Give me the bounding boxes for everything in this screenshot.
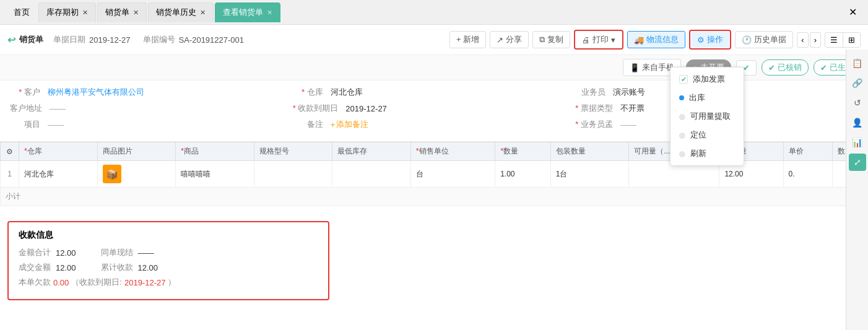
- operations-dropdown: ✔ 添加发票 出库 ◎ 可用量提取 ◎ 定位 ◎ 刷新: [670, 67, 744, 166]
- ticket-type-value: 不开票: [620, 103, 644, 114]
- employee-value: 演示账号: [613, 87, 645, 98]
- date-value: 2019-12-27: [89, 35, 131, 45]
- payment-info-title: 收款信息: [19, 230, 318, 241]
- share-button[interactable]: ↗ 分享: [490, 31, 529, 48]
- sidebar-icon-link[interactable]: 🔗: [849, 74, 866, 92]
- header-actions: + 新增 ↗ 分享 ⧉ 复制 🖨 打印 ▾ 🚚 物流信息: [449, 30, 861, 50]
- close-view-sales-tab[interactable]: ✕: [267, 9, 272, 17]
- view-sales-tab-label: 查看销货单: [223, 7, 263, 18]
- effective-icon: ✔: [820, 63, 827, 72]
- sales-history-tab-label: 销货单历史: [156, 7, 196, 18]
- print-button[interactable]: 🖨 打印 ▾: [576, 32, 622, 48]
- doc-type-label: 销货单: [19, 34, 43, 45]
- col-image: 商品图片: [97, 142, 176, 161]
- customer-value[interactable]: 柳州粤港平安气体有限公司: [48, 87, 144, 98]
- payment-date-label: 收款到期日: [293, 103, 342, 114]
- document-title: ↩ 销货单: [7, 34, 43, 46]
- close-sales-history-tab[interactable]: ✕: [200, 9, 206, 17]
- warehouse-field: 仓库 河北仓库: [293, 87, 576, 98]
- addr-value: ——: [50, 104, 66, 113]
- sidebar-icon-refresh[interactable]: ↺: [849, 94, 866, 111]
- transaction-amount-value: 12.00: [56, 263, 76, 272]
- share-icon: ↗: [497, 35, 503, 45]
- print-button-highlight: 🖨 打印 ▾: [574, 30, 623, 50]
- home-tab-label: 首页: [14, 7, 30, 18]
- dropdown-add-invoice[interactable]: ✔ 添加发票: [671, 70, 744, 89]
- dropdown-refresh[interactable]: ◎ 刷新: [671, 144, 744, 163]
- due-date-suffix: ）: [168, 277, 176, 288]
- locate-icon: ◎: [679, 131, 685, 139]
- operations-button-highlight: ⚙ 操作: [689, 30, 731, 50]
- add-invoice-label: 添加发票: [693, 74, 725, 85]
- row-price: 0.: [783, 161, 833, 188]
- payment-info-row-3: 本单欠款 0.00 （收款到期日: 2019-12-27 ）: [19, 277, 318, 288]
- doc-date-item: 单据日期 2019-12-27: [53, 34, 131, 45]
- payment-date-field: 收款到期日 2019-12-27: [293, 103, 576, 114]
- row-pack-qty: 1台: [550, 161, 629, 188]
- date-label: 单据日期: [53, 34, 85, 45]
- checked-icon: ✔: [681, 76, 687, 84]
- row-product: 嘻嘻嘻嘻: [176, 161, 254, 188]
- right-sidebar: 📋 🔗 ↺ 👤 📊 ⤢: [846, 50, 868, 330]
- print-dropdown-arrow[interactable]: ▾: [611, 35, 615, 45]
- new-button[interactable]: + 新增: [449, 31, 486, 48]
- copy-icon: ⧉: [539, 35, 545, 45]
- same-order-value: ——: [138, 248, 154, 258]
- inventory-tab-label: 库存期初: [46, 7, 79, 18]
- operations-button[interactable]: ⚙ 操作: [691, 32, 729, 48]
- view-grid-button[interactable]: ⊞: [843, 33, 860, 47]
- sidebar-icon-expand[interactable]: ⤢: [849, 154, 866, 171]
- logistics-icon: 🚚: [634, 35, 644, 45]
- note-label: 备注: [293, 119, 327, 130]
- due-date-value: 2019-12-27: [124, 278, 166, 287]
- number-value: SA-20191227-001: [179, 35, 245, 45]
- dropdown-available-qty[interactable]: ◎ 可用量提取: [671, 107, 744, 126]
- close-sales-tab[interactable]: ✕: [133, 9, 139, 17]
- close-inventory-tab[interactable]: ✕: [82, 9, 88, 17]
- sales-employee-label: 业务员孟: [575, 119, 617, 130]
- tab-bar: 首页 库存期初 ✕ 销货单 ✕ 销货单历史 ✕ 查看销货单 ✕ ✕: [0, 0, 868, 25]
- already-cancelled-button[interactable]: ✔ 已核销: [762, 59, 809, 76]
- tab-view-sales[interactable]: 查看销货单 ✕: [215, 2, 280, 22]
- window-close-button[interactable]: ✕: [844, 4, 862, 20]
- due-date-prefix: （收款到期日:: [71, 277, 122, 288]
- history-button[interactable]: 🕐 历史单据: [735, 31, 793, 48]
- subtotal-label: 小计: [1, 188, 868, 206]
- transaction-amount-item: 成交金额 12.00: [19, 262, 76, 273]
- copy-button[interactable]: ⧉ 复制: [532, 31, 570, 48]
- logistics-button[interactable]: 🚚 物流信息: [627, 31, 685, 48]
- row-image: 📦: [97, 161, 176, 188]
- tab-sales[interactable]: 销货单 ✕: [97, 2, 147, 22]
- sidebar-icon-user[interactable]: 👤: [849, 114, 866, 131]
- add-invoice-checkbox: ✔: [679, 75, 688, 84]
- add-note-button[interactable]: + 添加备注: [331, 119, 369, 130]
- tab-inventory[interactable]: 库存期初 ✕: [38, 2, 96, 22]
- customer-field: 客户 柳州粤港平安气体有限公司: [10, 87, 293, 98]
- project-label: 项目: [10, 119, 44, 130]
- sidebar-icon-chart[interactable]: 📊: [849, 134, 866, 151]
- cumulative-receipt-value: 12.00: [138, 263, 158, 272]
- col-unit: *销售单位: [410, 142, 495, 161]
- nav-prev-button[interactable]: ‹: [797, 32, 808, 48]
- sales-tab-label: 销货单: [105, 7, 129, 18]
- add-note-icon: +: [331, 120, 336, 129]
- dropdown-out-warehouse[interactable]: 出库: [671, 89, 744, 107]
- owed-label: 本单欠款: [19, 277, 51, 288]
- row-min-stock: [332, 161, 411, 188]
- sidebar-icon-doc[interactable]: 📋: [849, 54, 866, 72]
- tab-sales-history[interactable]: 销货单历史 ✕: [148, 2, 214, 22]
- col-settings[interactable]: ⚙: [1, 142, 19, 161]
- payment-date-value: 2019-12-27: [345, 104, 387, 113]
- dropdown-locate[interactable]: ◎ 定位: [671, 126, 744, 144]
- doc-number-item: 单据编号 SA-20191227-001: [143, 34, 245, 45]
- same-order-item: 同单现结 ——: [101, 247, 154, 258]
- out-warehouse-dot: [679, 95, 684, 100]
- payment-info-row-2: 成交金额 12.00 累计收款 12.00: [19, 262, 318, 273]
- owed-value: 0.00: [53, 278, 69, 287]
- nav-next-button[interactable]: ›: [810, 32, 821, 48]
- payment-info-row-1: 金额合计 12.00 同单现结 ——: [19, 247, 318, 258]
- amount-total-label: 金额合计: [19, 247, 51, 258]
- view-list-button[interactable]: ☰: [825, 33, 843, 47]
- refresh-label: 刷新: [690, 148, 706, 159]
- tab-home[interactable]: 首页: [6, 2, 37, 22]
